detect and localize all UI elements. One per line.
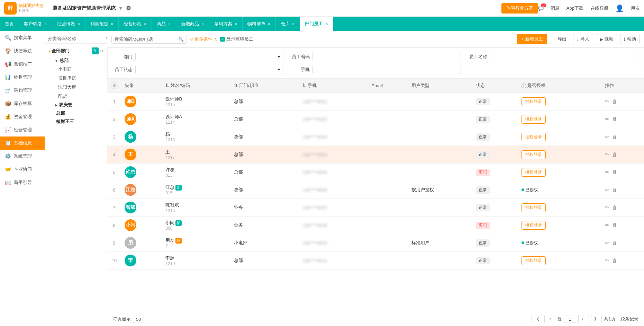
next-page-btn[interactable]: 〉 [578,315,589,323]
filter-phone-input[interactable] [312,65,461,74]
nav-tab-history[interactable]: 经营历程 ✕ [119,17,152,31]
sidebar-item-operation[interactable]: 📈 经营管理 [0,123,45,136]
nav-tab-situation[interactable]: 经营情况 ✕ [52,17,85,31]
nav-tab-warehouse[interactable]: 仓库 ✕ [276,17,300,31]
sidebar-item-system[interactable]: ⚙️ 系统管理 [0,150,45,163]
sidebar-item-purchase[interactable]: 🛒 采购管理 [0,84,45,97]
auth-button[interactable]: 授权登录 [521,203,546,212]
nav-tab-profit[interactable]: 利润报告 ✕ [85,17,119,31]
col-phone[interactable]: ⇅ 手机 [299,79,368,93]
page-number-input[interactable] [564,316,576,323]
import-button[interactable]: ↓ 导入 [573,34,593,44]
edit-icon[interactable]: ✏ [605,257,609,264]
close-icon[interactable]: ✕ [110,22,114,26]
sidebar-item-inventory[interactable]: 📦 库存核算 [0,97,45,110]
search-input[interactable] [115,37,177,42]
close-icon[interactable]: ✕ [144,22,147,26]
auth-button[interactable]: 授权登录 [521,115,546,124]
delete-icon[interactable]: 🗑 [612,169,617,175]
export-button[interactable]: ↑ 导出 [550,34,570,44]
filter-empstatus-select[interactable]: ▾ [135,65,283,74]
edit-icon[interactable]: ✏ [605,204,609,211]
message-icon-wrap[interactable]: 💬 5 [538,6,544,11]
dept-group-zhishu[interactable]: 植树王三 [48,117,107,126]
show-resigned-checkbox[interactable]: ✓ [220,37,225,42]
last-page-btn[interactable]: 》 [591,315,602,323]
nav-tab-barcode[interactable]: 条码方案 ✕ [209,17,243,31]
delete-icon[interactable]: 🗑 [612,98,617,105]
settings-circle-icon[interactable]: ⚙ [111,82,118,89]
close-icon[interactable]: ✕ [267,22,271,26]
more-filter-btn[interactable]: ▽ 更多条件 ∧ [190,36,217,42]
nav-tab-add-goods[interactable]: 新增商品 ✕ [176,17,209,31]
dept-group-head[interactable]: ▼ 总部 [48,56,107,65]
col-settings[interactable]: ⚙ [107,79,121,93]
view-button[interactable]: ▶ 视频 [596,34,617,44]
edit-icon[interactable]: ✏ [605,98,609,105]
dept-node-projectroom[interactable]: 项目库房 [48,74,107,83]
delete-icon[interactable]: 🗑 [612,134,617,140]
edit-icon[interactable]: ✏ [605,187,609,193]
delete-icon[interactable]: 🗑 [612,187,617,193]
close-icon[interactable]: ✕ [234,22,237,26]
dept-group-zongbu[interactable]: 总部 [48,109,107,117]
delete-icon[interactable]: 🗑 [612,204,617,211]
online-service-link[interactable]: 在线客服 [590,5,608,11]
nav-tab-customer[interactable]: 客户联络 ✕ [19,17,52,31]
close-icon[interactable]: ✕ [325,22,328,26]
col-dept[interactable]: ⇅ 部门/职位 [230,79,299,93]
nav-tab-home[interactable]: 首页 [0,17,19,31]
help-button[interactable]: ℹ 帮助 [620,34,640,44]
close-icon[interactable]: ✕ [44,22,47,26]
delete-icon[interactable]: 🗑 [612,240,617,246]
sidebar-item-sales[interactable]: 📊 销售管理 [0,71,45,84]
filter-dept-select[interactable]: ▾ [135,52,283,61]
nav-tab-employee[interactable]: 部门员工 ✕ [300,17,333,31]
sidebar-item-marketing[interactable]: 📢 营销推广 [0,58,45,71]
title-dropdown-icon[interactable]: ▼ [118,6,123,11]
sidebar-item-collab[interactable]: 🤝 企业协同 [0,163,45,176]
close-icon[interactable]: ✕ [292,22,295,26]
dept-node-xiaodibu[interactable]: 小电部 [48,65,107,74]
dept-edit-icon[interactable]: ✎ [92,47,99,54]
close-icon[interactable]: ✕ [201,22,204,26]
auth-button[interactable]: 授权登录 [521,97,546,106]
delete-icon[interactable]: 🗑 [612,222,617,228]
filter-empcode-input[interactable] [312,52,461,61]
dept-search-input[interactable] [48,36,106,41]
sidebar-item-guide[interactable]: 📖 新手引导 [0,176,45,189]
dept-group-shuangqing[interactable]: ▶ 双庆想 [48,101,107,109]
sidebar-item-nav[interactable]: 🏠 快捷导航 [0,44,45,58]
nav-tab-bom[interactable]: 物料清单 ✕ [243,17,276,31]
dept-node-peihuo[interactable]: 配货 [48,92,107,101]
nav-tab-goods[interactable]: 商品 ✕ [152,17,176,31]
auth-button[interactable]: 授权登录 [521,133,546,141]
show-resigned-wrap[interactable]: ✓ 显示离职员工 [220,36,253,42]
auth-button[interactable]: 授权登录 [521,168,546,177]
edit-icon[interactable]: ✏ [605,151,609,158]
gear-icon[interactable]: ⚙ [126,5,131,11]
app-download-link[interactable]: App下载 [566,5,583,11]
edit-icon[interactable]: ✏ [605,169,609,175]
edit-icon[interactable]: ✏ [605,222,609,228]
dept-collapse-icon[interactable]: « [100,47,103,54]
delete-icon[interactable]: 🗑 [612,151,617,158]
sidebar-item-finance[interactable]: 💰 资金管理 [0,110,45,123]
first-page-btn[interactable]: 《 [532,315,542,323]
col-name[interactable]: ⇅ 姓名/编码 [162,79,230,93]
sidebar-item-search[interactable]: 🔍 搜索菜单 [0,31,45,44]
close-icon[interactable]: ✕ [77,22,80,26]
add-employee-button[interactable]: + 新增员工 [517,34,547,44]
page-size-value[interactable]: 50 [133,316,144,323]
prev-page-btn[interactable]: 〈 [544,315,555,323]
sidebar-item-basic[interactable]: 📋 基础信息 [0,136,45,150]
info-icon[interactable]: ℹ [521,83,526,88]
auth-button[interactable]: 授权登录 [521,256,546,265]
edit-icon[interactable]: ✏ [605,134,609,140]
search-icon[interactable]: 🔍 [178,37,184,42]
edit-icon[interactable]: ✏ [605,240,609,246]
trial-button[interactable]: 体验行业方案 [501,3,538,14]
filter-empname-input[interactable] [490,52,638,61]
dept-node-shenyang[interactable]: 沈阳大库 [48,83,107,92]
auth-button[interactable]: 授权登录 [521,221,546,230]
